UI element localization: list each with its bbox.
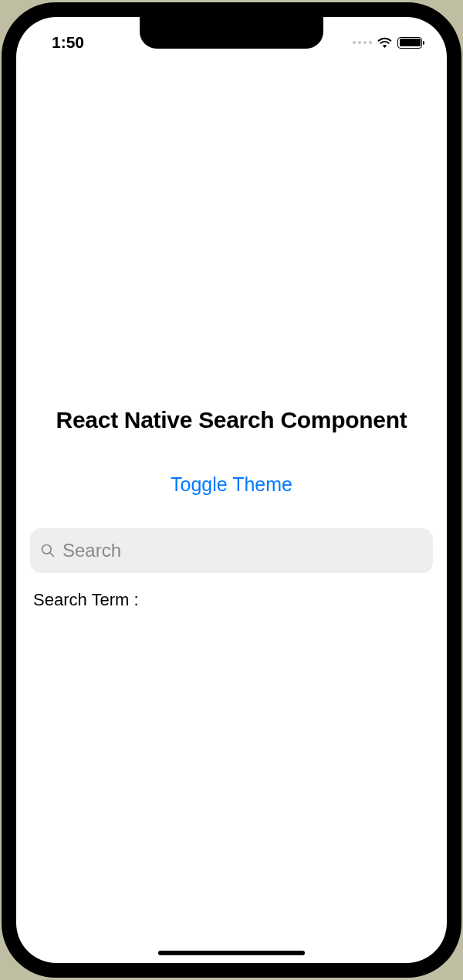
notch <box>140 17 323 49</box>
home-indicator[interactable] <box>158 951 305 955</box>
search-input[interactable] <box>63 540 424 561</box>
search-icon <box>39 542 56 559</box>
status-time: 1:50 <box>38 29 84 52</box>
page-title: React Native Search Component <box>16 407 447 433</box>
toggle-theme-button[interactable]: Toggle Theme <box>16 473 447 496</box>
battery-icon <box>397 37 422 49</box>
search-term-label: Search Term : <box>33 590 447 610</box>
screen: 1:50 React Native Search Component Toggl… <box>16 17 447 963</box>
search-bar[interactable] <box>30 528 433 573</box>
content-area: React Native Search Component Toggle The… <box>16 17 447 963</box>
svg-line-1 <box>50 553 54 557</box>
status-icons <box>353 32 425 49</box>
wifi-icon <box>377 36 393 49</box>
signal-dots-icon <box>353 41 372 44</box>
device-frame: 1:50 React Native Search Component Toggl… <box>2 2 461 978</box>
